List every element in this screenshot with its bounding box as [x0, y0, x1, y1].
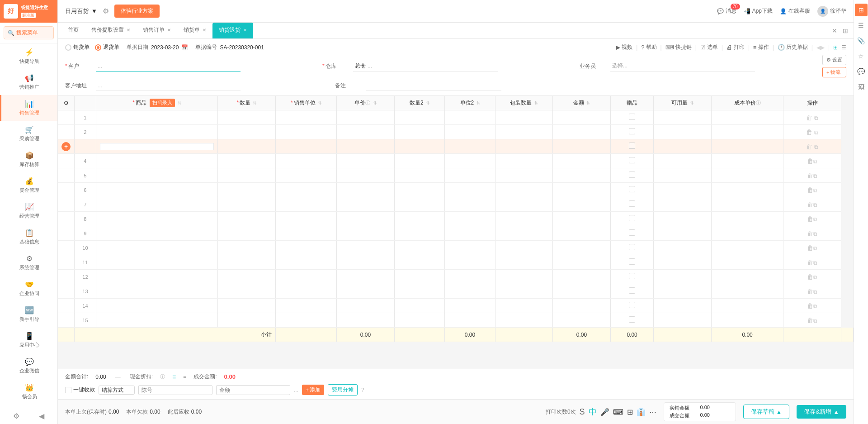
row-3-gift-checkbox[interactable] [629, 143, 635, 149]
row-13-gift-checkbox[interactable] [629, 287, 635, 294]
price-info-icon[interactable]: ⓘ [365, 100, 370, 105]
experience-button[interactable]: 体验行业方案 [114, 5, 160, 18]
row-3-product[interactable] [96, 139, 217, 154]
discount-info-icon[interactable]: ⓘ [160, 373, 165, 380]
sidebar-item-app-center[interactable]: 📱 应用中心 [0, 327, 57, 353]
zhongyi-icon[interactable]: 中 [589, 406, 597, 417]
sidebar-item-inventory[interactable]: 📦 库存核算 [0, 147, 57, 172]
unit2-sort-icon[interactable]: ⇅ [476, 100, 480, 105]
amount-sort-icon[interactable]: ⇅ [586, 100, 590, 105]
row-5-delete[interactable]: 🗑 [807, 172, 813, 179]
message-button[interactable]: 💬 消息 70 [717, 7, 736, 15]
row-1-gift[interactable] [610, 110, 654, 125]
row-3-gift[interactable] [610, 139, 654, 154]
row-8-gift-checkbox[interactable] [629, 215, 635, 221]
one-click-checkbox[interactable] [65, 387, 71, 393]
toolbar-print[interactable]: 🖨 打印 [726, 43, 745, 51]
tab-close-sale-price[interactable]: ✕ [127, 28, 130, 33]
add-row-button[interactable]: + [61, 142, 71, 151]
online-service-button[interactable]: 👤 在线客服 [780, 7, 810, 15]
row-1-unit2[interactable] [445, 110, 495, 125]
tab-close-sale-goods[interactable]: ✕ [203, 28, 206, 33]
row-2-qty2[interactable] [394, 125, 445, 139]
row-2-unit2[interactable] [445, 125, 495, 139]
row-5-copy[interactable]: ⧉ [813, 173, 817, 179]
row-1-product[interactable] [96, 110, 217, 125]
row-1-qty2[interactable] [394, 110, 445, 125]
tab-sale-goods[interactable]: 销货单 ✕ [177, 23, 212, 38]
sidebar-item-basic-info[interactable]: 📋 基础信息 [0, 224, 57, 250]
row-3-cost[interactable] [711, 139, 783, 154]
amount-input[interactable] [216, 385, 290, 395]
row-13-copy[interactable]: ⧉ [813, 289, 817, 295]
grid-icon[interactable]: ⊞ [627, 408, 633, 416]
row-10-copy[interactable]: ⧉ [813, 245, 817, 252]
right-sidebar-photo[interactable]: 🖼 [855, 81, 868, 93]
app-download-button[interactable]: 📲 App下载 [744, 7, 773, 15]
avail-sort-icon[interactable]: ⇅ [690, 100, 693, 105]
row-4-copy[interactable]: ⧉ [813, 158, 817, 165]
unit-sort-icon[interactable]: ⇅ [318, 100, 321, 105]
row-14-copy[interactable]: ⧉ [813, 303, 817, 310]
row-3-qty[interactable] [218, 139, 276, 154]
sidebar-item-member[interactable]: 👑 畅会员 [0, 379, 57, 405]
row-12-gift-checkbox[interactable] [629, 273, 635, 279]
remark-input[interactable] [366, 80, 501, 91]
row-2-avail[interactable] [654, 125, 712, 139]
sidebar-item-sales[interactable]: 📊 销售管理 [0, 95, 57, 121]
sidebar-item-guide[interactable]: 🆕 新手引导 [0, 301, 57, 327]
customer-input[interactable]: ... [96, 61, 241, 71]
row-6-gift-checkbox[interactable] [629, 186, 635, 192]
sidebar-item-enterprise[interactable]: 🤝 企业协同 [0, 276, 57, 301]
row-14-gift-checkbox[interactable] [629, 302, 635, 308]
view-toggle-grid[interactable]: ⊞ [833, 44, 838, 51]
row-10-delete[interactable]: 🗑 [807, 244, 813, 252]
row-9-delete[interactable]: 🗑 [807, 230, 813, 237]
toolbar-history[interactable]: 🕐 历史单据 [778, 43, 808, 51]
tab-close-sale-order[interactable]: ✕ [167, 28, 171, 33]
row-10-gift-checkbox[interactable] [629, 244, 635, 250]
row-11-gift-checkbox[interactable] [629, 258, 635, 265]
view-toggle-list[interactable]: ☰ [841, 44, 846, 51]
row-2-gift[interactable] [610, 125, 654, 139]
save-draft-button[interactable]: 保存草稿 ▲ [743, 405, 790, 419]
row-2-amount[interactable] [553, 125, 611, 139]
row-1-amount[interactable] [553, 110, 611, 125]
pay-method-select[interactable]: 结算方式 [99, 386, 135, 395]
right-sidebar-grid-view[interactable]: ⊞ [855, 4, 868, 16]
row-3-avail[interactable] [654, 139, 712, 154]
row-1-unit[interactable] [275, 110, 337, 125]
row-2-qty[interactable] [218, 125, 276, 139]
row-2-delete-icon[interactable]: 🗑 [806, 129, 812, 136]
row-12-delete[interactable]: 🗑 [807, 273, 813, 281]
row-3-qty2[interactable] [394, 139, 445, 154]
row-3-pack[interactable] [495, 139, 553, 154]
right-sidebar-list-view[interactable]: ☰ [855, 19, 868, 32]
sogou-icon[interactable]: S [580, 407, 585, 417]
toolbar-help[interactable]: ? 帮助 [641, 43, 656, 51]
tab-close-sale-return[interactable]: ✕ [243, 28, 247, 33]
radio-sale-goods[interactable]: 销货单 [65, 43, 90, 51]
tab-sale-price[interactable]: 售价提取设置 ✕ [85, 23, 137, 38]
scan-input-button[interactable]: 扫码录入 [150, 99, 175, 107]
col-settings[interactable]: ⚙ [58, 96, 75, 110]
table-wrapper[interactable]: ⚙ 商品 扫码录入 ⇅ 数量 ⇅ [58, 96, 854, 369]
keyboard2-icon[interactable]: ⌨ [613, 408, 623, 416]
row-7-gift-checkbox[interactable] [629, 200, 635, 207]
row-3-product-input[interactable] [100, 143, 214, 150]
row-1-cost[interactable] [711, 110, 783, 125]
qty2-sort-icon[interactable]: ⇅ [426, 100, 429, 105]
qty-sort-icon[interactable]: ⇅ [253, 100, 256, 105]
toolbar-select[interactable]: ☑ 选单 [700, 43, 718, 51]
right-sidebar-attachment[interactable]: 📎 [855, 34, 868, 47]
tab-sale-return[interactable]: 销货退货 ✕ [212, 23, 253, 38]
row-1-price[interactable] [337, 110, 395, 125]
row-15-delete[interactable]: 🗑 [807, 317, 813, 324]
product-sort-icon[interactable]: ⇅ [178, 100, 181, 105]
pack-sort-icon[interactable]: ⇅ [534, 100, 538, 105]
row-2-pack[interactable] [495, 125, 553, 139]
calc-icon[interactable]: ≡ [172, 373, 176, 381]
tabs-more-icon[interactable]: ⊞ [841, 26, 850, 35]
add-fee-button[interactable]: + 添加 [302, 385, 324, 395]
toolbar-operate[interactable]: ≡ 操作 [753, 43, 769, 51]
